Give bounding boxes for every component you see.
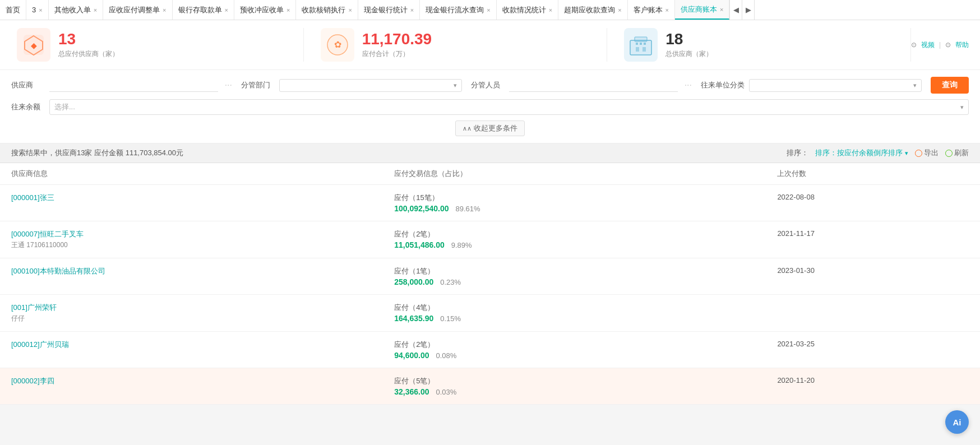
tx-info-cell: 应付（2笔） 94,600.00 0.08% xyxy=(394,340,777,360)
close-icon[interactable]: × xyxy=(225,7,228,13)
summary-card-total-suppliers: 18 总供应商（家） xyxy=(607,28,911,62)
nav-tab-cash-bank-stat[interactable]: 现金银行统计 × xyxy=(358,0,420,20)
sort-prefix: 排序： xyxy=(787,148,808,158)
nav-tab-adjustment[interactable]: 应收应付调整单 × xyxy=(103,0,172,20)
table-row[interactable]: [000012]广州贝瑞 应付（2笔） 94,600.00 0.08% 2021… xyxy=(0,332,980,368)
nav-tab-supplier-ledger-label: 供应商账本 xyxy=(681,4,717,15)
table-row[interactable]: [001]广州荣轩 仔仔 应付（4笔） 164,635.90 0.15% xyxy=(0,295,980,332)
supplier-cell: [000012]广州贝瑞 xyxy=(11,340,394,360)
table-row[interactable]: [000100]本特勤油品有限公司 应付（1笔） 258,000.00 0.23… xyxy=(0,258,980,295)
last-payment-cell: 2023-01-30 xyxy=(777,266,969,286)
total-suppliers-icon xyxy=(624,28,658,62)
collapse-up-icon: ∧∧ xyxy=(463,125,471,132)
close-icon[interactable]: × xyxy=(665,7,669,13)
tx-amount: 100,092,540.00 xyxy=(394,204,449,213)
person-ellipsis[interactable]: ··· xyxy=(685,80,692,90)
ai-badge[interactable]: Ai xyxy=(945,410,969,434)
tx-amount: 11,051,486.00 xyxy=(394,240,445,249)
supplier-input[interactable] xyxy=(49,78,218,92)
payable-suppliers-number: 13 xyxy=(58,31,119,48)
nav-tab-3[interactable]: 3 × xyxy=(26,0,49,20)
close-icon[interactable]: × xyxy=(286,7,290,13)
tx-label: 应付（2笔） xyxy=(394,340,434,350)
collapse-label: 收起更多条件 xyxy=(474,123,517,133)
dept-select[interactable]: ▾ xyxy=(279,79,462,92)
nav-tab-cash-flow[interactable]: 现金银行流水查询 × xyxy=(420,0,496,20)
supplier-name-link[interactable]: [000012]广州贝瑞 xyxy=(11,340,69,349)
table-row[interactable]: [000002]李四 应付（5笔） 32,366.00 0.03% 2020-1… xyxy=(0,368,980,405)
nav-tab-bank-deposit[interactable]: 银行存取款单 × xyxy=(173,0,234,20)
nav-arrow-left[interactable]: ◀ xyxy=(730,0,742,20)
last-payment-cell: 2020-11-20 xyxy=(777,376,969,396)
close-icon[interactable]: × xyxy=(487,7,490,13)
supplier-name-link[interactable]: [000007]恒旺二手叉车 xyxy=(11,230,84,238)
person-filter-item: 分管人员 ··· xyxy=(471,78,692,92)
table-row[interactable]: [000001]张三 应付（15笔） 100,092,540.00 89.61%… xyxy=(0,185,980,221)
chevron-down-icon: ▾ xyxy=(913,82,917,89)
close-icon[interactable]: × xyxy=(163,7,166,13)
nav-tab-customer-ledger[interactable]: 客户账本 × xyxy=(628,0,675,20)
nav-arrow-right[interactable]: ▶ xyxy=(742,0,755,20)
nav-tab-overdue[interactable]: 超期应收款查询 × xyxy=(558,0,627,20)
total-suppliers-info: 18 总供应商（家） xyxy=(665,31,713,59)
supplier-name-link[interactable]: [000002]李四 xyxy=(11,377,54,385)
close-icon[interactable]: × xyxy=(549,7,552,13)
tx-amount: 258,000.00 xyxy=(394,277,433,286)
last-payment-cell: 2021-03-25 xyxy=(777,340,969,360)
ai-badge-label: Ai xyxy=(953,418,961,427)
balance-select[interactable]: 选择... ▾ xyxy=(49,99,969,115)
balance-filter-label: 往来余额 xyxy=(11,102,45,112)
tx-pct: 0.08% xyxy=(436,351,456,360)
supplier-name-link[interactable]: [000001]张三 xyxy=(11,193,54,202)
unit-class-select[interactable]: ▾ xyxy=(749,79,922,92)
nav-tab-collect[interactable]: 收款核销执行 × xyxy=(296,0,358,20)
supplier-name-link[interactable]: [001]广州荣轩 xyxy=(11,303,57,312)
close-icon[interactable]: × xyxy=(720,6,723,13)
close-icon[interactable]: × xyxy=(618,7,621,13)
close-icon[interactable]: × xyxy=(410,7,414,13)
person-input[interactable] xyxy=(509,78,678,92)
nav-tab-3-label: 3 xyxy=(32,6,36,14)
supplier-filter-item: 供应商 ··· xyxy=(11,78,232,92)
nav-tab-collect-stat[interactable]: 收款情况统计 × xyxy=(497,0,558,20)
table-row[interactable]: [000007]恒旺二手叉车 王通 17106110000 应付（2笔） 11,… xyxy=(0,221,980,258)
tx-amount: 32,366.00 xyxy=(394,387,429,396)
tx-info-cell: 应付（4笔） 164,635.90 0.15% xyxy=(394,303,777,323)
unit-class-filter-item: 往来单位分类 ▾ xyxy=(701,79,922,92)
collapse-button[interactable]: ∧∧ 收起更多条件 xyxy=(455,120,525,136)
close-icon[interactable]: × xyxy=(348,7,352,13)
close-icon[interactable]: × xyxy=(94,7,97,13)
close-icon[interactable]: × xyxy=(39,7,42,13)
payable-suppliers-icon: ◆ xyxy=(17,28,50,62)
last-payment-date: 2021-11-17 xyxy=(777,229,815,238)
refresh-button[interactable]: 刷新 xyxy=(945,148,969,158)
supplier-ellipsis[interactable]: ··· xyxy=(225,80,232,90)
tx-label: 应付（5笔） xyxy=(394,376,434,386)
refresh-icon xyxy=(945,150,953,157)
last-payment-date: 2023-01-30 xyxy=(777,266,815,275)
top-navigation: 首页 3 × 其他收入单 × 应收应付调整单 × 银行存取款单 × 预收冲应收单… xyxy=(0,0,980,20)
summary-card-payable-suppliers: ◆ 13 总应付供应商（家） xyxy=(11,28,304,62)
svg-rect-8 xyxy=(642,47,646,52)
tx-pct: 9.89% xyxy=(451,241,472,249)
help-link[interactable]: 帮助 xyxy=(955,40,969,50)
nav-tab-other-income[interactable]: 其他收入单 × xyxy=(49,0,103,20)
unit-class-filter-label: 往来单位分类 xyxy=(701,80,745,90)
sort-select[interactable]: 排序：按应付余额倒序排序 ▾ xyxy=(815,148,908,158)
search-button[interactable]: 查询 xyxy=(931,77,969,94)
nav-tab-home[interactable]: 首页 xyxy=(0,0,26,20)
balance-placeholder: 选择... xyxy=(54,102,75,112)
nav-tab-prepay[interactable]: 预收冲应收单 × xyxy=(234,0,296,20)
video-link[interactable]: 视频 xyxy=(921,40,935,50)
supplier-name-link[interactable]: [000100]本特勤油品有限公司 xyxy=(11,267,105,275)
svg-text:◆: ◆ xyxy=(31,41,37,50)
payable-suppliers-info: 13 总应付供应商（家） xyxy=(58,31,119,59)
nav-tab-collect-label: 收款核销执行 xyxy=(302,5,345,15)
export-button[interactable]: 导出 xyxy=(915,148,939,158)
nav-tab-adjustment-label: 应收应付调整单 xyxy=(109,5,160,15)
table-header: 供应商信息 应付交易信息（占比） 上次付数 xyxy=(0,163,980,185)
total-suppliers-number: 18 xyxy=(665,31,713,48)
nav-tab-supplier-ledger[interactable]: 供应商账本 × xyxy=(675,0,729,20)
supplier-filter-label: 供应商 xyxy=(11,80,45,90)
tx-info-cell: 应付（2笔） 11,051,486.00 9.89% xyxy=(394,229,777,250)
